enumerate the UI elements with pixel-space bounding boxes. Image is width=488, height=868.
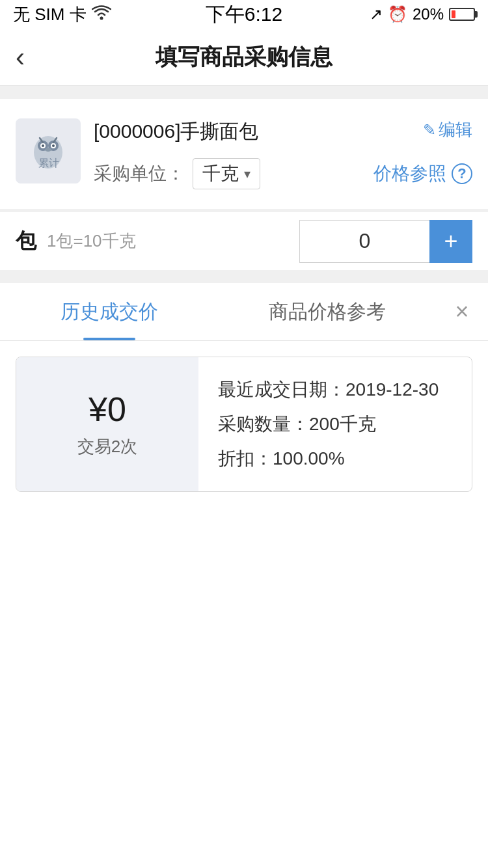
close-icon: × <box>455 298 468 325</box>
quantity-input[interactable] <box>299 220 429 263</box>
unit-label: 采购单位： <box>94 161 185 186</box>
status-time: 下午6:12 <box>206 1 282 28</box>
tab-product-label: 商品价格参考 <box>269 299 386 325</box>
tab-close-button[interactable]: × <box>436 283 488 340</box>
signal-text: 无 SIM 卡 <box>13 3 87 26</box>
wifi-icon <box>92 5 111 25</box>
recent-date-value: 2019-12-30 <box>346 379 439 400</box>
bottom-space <box>0 508 488 868</box>
nav-bar: ‹ 填写商品采购信息 <box>0 29 488 86</box>
purchase-unit-row: 采购单位： 千克 ▾ 价格参照 ? <box>94 158 472 189</box>
location-icon: ↗ <box>370 5 383 23</box>
bag-unit-hint: 1包=10千克 <box>47 230 136 252</box>
quantity-detail-label: 采购数量： <box>218 414 309 434</box>
plus-icon: + <box>444 228 457 255</box>
price-value: ¥0 <box>88 390 126 429</box>
alarm-icon: ⏰ <box>388 5 407 23</box>
discount-label: 折扣： <box>218 448 273 468</box>
discount-row: 折扣：100.00% <box>218 446 452 471</box>
status-left: 无 SIM 卡 <box>13 3 111 26</box>
recent-date-row: 最近成交日期：2019-12-30 <box>218 377 452 402</box>
currency-symbol: ¥ <box>88 390 107 428</box>
quantity-plus-button[interactable]: + <box>429 220 472 263</box>
price-card: ¥0 交易2次 最近成交日期：2019-12-30 采购数量：200千克 折扣：… <box>16 357 472 492</box>
quantity-section: 包 1包=10千克 + <box>0 211 488 270</box>
price-amount: 0 <box>107 390 126 428</box>
product-image-placeholder: 累计 <box>25 126 71 176</box>
card-container: ¥0 交易2次 最近成交日期：2019-12-30 采购数量：200千克 折扣：… <box>0 341 488 508</box>
page-title: 填写商品采购信息 <box>156 42 332 72</box>
price-right: 最近成交日期：2019-12-30 采购数量：200千克 折扣：100.00% <box>198 357 472 491</box>
bag-label: 包 <box>16 227 36 256</box>
edit-icon: ✎ <box>423 121 436 139</box>
unit-value: 千克 <box>202 161 239 186</box>
status-right: ↗ ⏰ 20% <box>370 5 475 23</box>
tab-history-price[interactable]: 历史成交价 <box>0 283 218 340</box>
tabs-header: 历史成交价 商品价格参考 × <box>0 283 488 341</box>
chevron-down-icon: ▾ <box>244 166 251 182</box>
product-info: [0000006]手撕面包 ✎ 编辑 采购单位： 千克 ▾ 价格参照 <box>94 118 472 189</box>
battery-percent: 20% <box>413 5 444 23</box>
help-icon: ? <box>452 163 472 184</box>
product-row: 累计 [0000006]手撕面包 ✎ 编辑 采购单位： 千克 ▾ <box>16 118 472 189</box>
back-button[interactable]: ‹ <box>16 42 25 73</box>
svg-point-0 <box>100 16 103 20</box>
edit-label: 编辑 <box>439 118 472 141</box>
unit-select[interactable]: 千克 ▾ <box>193 158 260 189</box>
product-section: 累计 [0000006]手撕面包 ✎ 编辑 采购单位： 千克 ▾ <box>0 99 488 209</box>
product-header: [0000006]手撕面包 ✎ 编辑 <box>94 118 472 145</box>
svg-text:累计: 累计 <box>38 157 59 169</box>
price-ref-label: 价格参照 <box>373 161 446 186</box>
svg-point-7 <box>52 144 55 147</box>
tab-history-label: 历史成交价 <box>61 299 158 325</box>
tab-underline <box>83 338 135 340</box>
product-name: [0000006]手撕面包 <box>94 118 258 145</box>
price-transactions: 交易2次 <box>77 435 137 458</box>
back-icon: ‹ <box>16 42 25 72</box>
edit-button[interactable]: ✎ 编辑 <box>423 118 472 141</box>
quantity-row: 采购数量：200千克 <box>218 411 452 437</box>
tab-product-price[interactable]: 商品价格参考 <box>218 283 436 340</box>
svg-point-8 <box>45 148 51 152</box>
recent-date-label: 最近成交日期： <box>218 379 346 400</box>
tabs-section: 历史成交价 商品价格参考 × ¥0 交易2次 最近成交日期：2019-12-30 <box>0 283 488 508</box>
price-ref-button[interactable]: 价格参照 ? <box>373 161 472 186</box>
status-bar: 无 SIM 卡 下午6:12 ↗ ⏰ 20% <box>0 0 488 29</box>
quantity-detail-value: 200千克 <box>309 414 376 434</box>
price-left: ¥0 交易2次 <box>16 357 198 491</box>
svg-point-6 <box>42 144 44 147</box>
quantity-label-group: 包 1包=10千克 <box>16 227 136 256</box>
quantity-control: + <box>299 220 472 263</box>
product-thumbnail: 累计 <box>16 118 81 183</box>
discount-value: 100.00% <box>273 448 345 468</box>
battery-icon <box>449 8 475 21</box>
